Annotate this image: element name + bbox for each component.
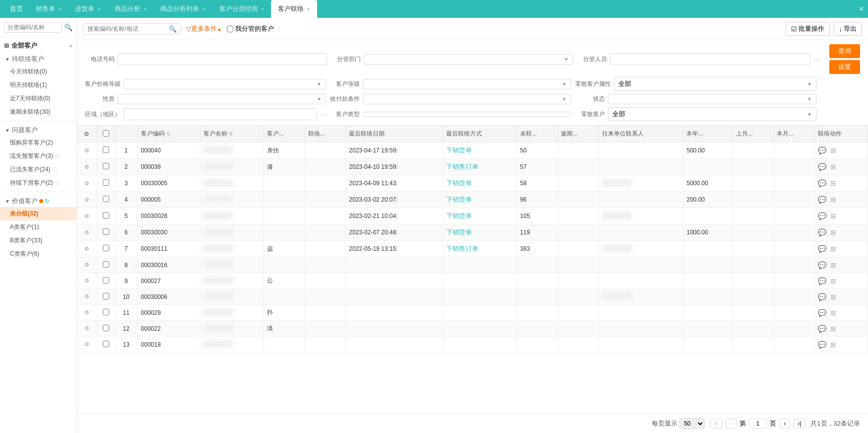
settings-cell[interactable]: ⚙ — [77, 192, 97, 208]
chat-icon[interactable]: 💬 — [818, 163, 826, 171]
tab-customer-mgmt-close[interactable]: × — [261, 6, 264, 12]
sidebar-group-pending[interactable]: ▼ 待联络客户 — [0, 52, 76, 65]
settings-cell[interactable]: ⚙ — [77, 175, 97, 192]
checkbox-cell[interactable] — [97, 143, 115, 159]
settings-cell[interactable]: ⚙ — [77, 273, 97, 289]
overdue-col-header[interactable]: 逾期... — [558, 126, 599, 143]
retail-select[interactable]: 全部 ▼ — [608, 107, 816, 121]
grid-action-icon[interactable]: ⊞ — [830, 146, 836, 154]
retail-attr-select[interactable]: 全部 ▼ — [614, 77, 816, 91]
grid-action-icon[interactable]: ⊞ — [830, 309, 836, 317]
reset-button[interactable]: 设置 — [829, 60, 860, 74]
tab-sales[interactable]: 销售单 × — [29, 0, 68, 18]
sidebar-item-abnormal[interactable]: 囤购异常客户(2) — [0, 136, 76, 149]
checkbox-cell[interactable] — [97, 337, 115, 353]
last-method-link[interactable]: 下销货单 — [446, 212, 472, 219]
sidebar-item-a-class[interactable]: A类客户(1) — [0, 220, 76, 234]
phone-input[interactable] — [118, 53, 327, 65]
sidebar-item-tomorrow[interactable]: 明天待联络(1) — [0, 78, 76, 92]
grid-action-icon[interactable]: ⊞ — [830, 163, 836, 171]
row-checkbox[interactable] — [103, 277, 109, 284]
last-method-link[interactable]: 下销货单 — [446, 196, 472, 203]
checkbox-col-header[interactable] — [97, 126, 115, 143]
last-month-col-header[interactable]: 上月... — [733, 126, 774, 143]
checkbox-cell[interactable] — [97, 305, 115, 321]
chat-icon[interactable]: 💬 — [818, 212, 826, 220]
select-all-checkbox[interactable] — [103, 130, 109, 137]
tab-customer-mgmt[interactable]: 客户分层经营 × — [212, 0, 271, 18]
page-input[interactable] — [749, 419, 767, 429]
row-checkbox[interactable] — [103, 309, 109, 315]
customer-type-select[interactable] — [363, 112, 571, 117]
last-page-btn[interactable]: ›| — [793, 419, 805, 429]
tab-close-all[interactable]: × — [859, 4, 864, 14]
settings-cell[interactable]: ⚙ — [77, 289, 97, 305]
tab-analysis-close[interactable]: × — [143, 6, 146, 12]
chat-icon[interactable]: 💬 — [818, 261, 826, 269]
refresh-icon[interactable]: ↻ — [45, 198, 50, 205]
grid-action-icon[interactable]: ⊞ — [830, 277, 836, 285]
settings-col-header[interactable]: ⚙ — [77, 126, 97, 143]
last-method-link[interactable]: 下销售订单 — [446, 245, 478, 252]
dept-select[interactable]: ▼ — [364, 54, 573, 65]
last-method-link[interactable]: 下销货单 — [446, 228, 472, 236]
first-page-btn[interactable]: K — [710, 419, 723, 429]
tab-customer-contact-close[interactable]: × — [307, 6, 310, 12]
last-method-link[interactable]: 下销售订单 — [446, 163, 478, 170]
chat-icon[interactable]: 💬 — [818, 341, 826, 349]
region-dots-icon[interactable]: ··· — [320, 110, 326, 118]
price-level-select[interactable]: ▼ — [124, 79, 326, 89]
grid-action-icon[interactable]: ⊞ — [830, 325, 836, 333]
batch-op-button[interactable]: ☑ 批量操作 — [786, 22, 830, 36]
query-button[interactable]: 查询 — [829, 44, 860, 58]
chat-icon[interactable]: 💬 — [818, 277, 826, 285]
row-checkbox[interactable] — [103, 261, 109, 268]
grid-action-icon[interactable]: ⊞ — [830, 179, 836, 187]
sidebar-item-7days[interactable]: 近7天待联络(0) — [0, 92, 76, 105]
sidebar-item-today[interactable]: 今天待联络(0) — [0, 65, 76, 78]
chat-icon[interactable]: 💬 — [818, 146, 826, 154]
sidebar-item-c-class[interactable]: C类客户(6) — [0, 247, 76, 261]
tab-analysis[interactable]: 商品分析 × — [108, 0, 153, 18]
checkbox-cell[interactable] — [97, 257, 115, 273]
checkbox-cell[interactable] — [97, 289, 115, 305]
checkbox-cell[interactable] — [97, 192, 115, 208]
no-contact-col-header[interactable]: 未联... — [517, 126, 558, 143]
grid-action-icon[interactable]: ⊞ — [830, 261, 836, 269]
chat-icon[interactable]: 💬 — [818, 179, 826, 187]
chat-icon[interactable]: 💬 — [818, 228, 826, 236]
tab-purchase-close[interactable]: × — [97, 6, 100, 12]
tab-customer-contact[interactable]: 客户联络 × — [271, 0, 317, 18]
last-method-link[interactable]: 下销货单 — [446, 146, 472, 154]
person-input[interactable] — [610, 53, 810, 65]
filter-search-icon[interactable]: 🔍 — [169, 25, 177, 33]
checkbox-cell[interactable] — [97, 159, 115, 175]
grid-action-icon[interactable]: ⊞ — [830, 341, 836, 349]
checkbox-cell[interactable] — [97, 175, 115, 192]
chat-icon[interactable]: 💬 — [818, 196, 826, 204]
row-checkbox[interactable] — [103, 179, 109, 186]
sidebar-group-problem[interactable]: ▼ 问题客户 — [0, 123, 76, 136]
grid-action-icon[interactable]: ⊞ — [830, 293, 836, 301]
settings-cell[interactable]: ⚙ — [77, 257, 97, 273]
settings-cell[interactable]: ⚙ — [77, 305, 97, 321]
tab-home[interactable]: 首页 — [4, 4, 29, 13]
sidebar-item-overdue[interactable]: 逾期未联络(30) — [0, 105, 76, 119]
type-col-header[interactable]: 客户... — [264, 126, 305, 143]
region-input[interactable] — [124, 108, 317, 120]
chat-icon[interactable]: 💬 — [818, 293, 826, 301]
checkbox-cell[interactable] — [97, 273, 115, 289]
sidebar-item-lost[interactable]: 已流失客户(24) ⓘ — [0, 163, 76, 176]
name-col-header[interactable]: 客户名称 — [200, 126, 264, 143]
chat-icon[interactable]: 💬 — [818, 325, 826, 333]
contact-col-header[interactable]: 联络... — [305, 126, 346, 143]
next-page-btn[interactable]: › — [779, 419, 790, 429]
settings-cell[interactable]: ⚙ — [77, 159, 97, 175]
export-button[interactable]: ↓ 导出 — [834, 22, 863, 36]
row-checkbox[interactable] — [103, 228, 109, 235]
this-month-col-header[interactable]: 本月... — [774, 126, 815, 143]
payment-select[interactable]: ▼ — [363, 94, 571, 104]
sidebar-search-icon[interactable]: 🔍 — [64, 23, 72, 31]
settings-cell[interactable]: ⚙ — [77, 321, 97, 337]
prev-page-btn[interactable]: ‹ — [726, 419, 736, 429]
